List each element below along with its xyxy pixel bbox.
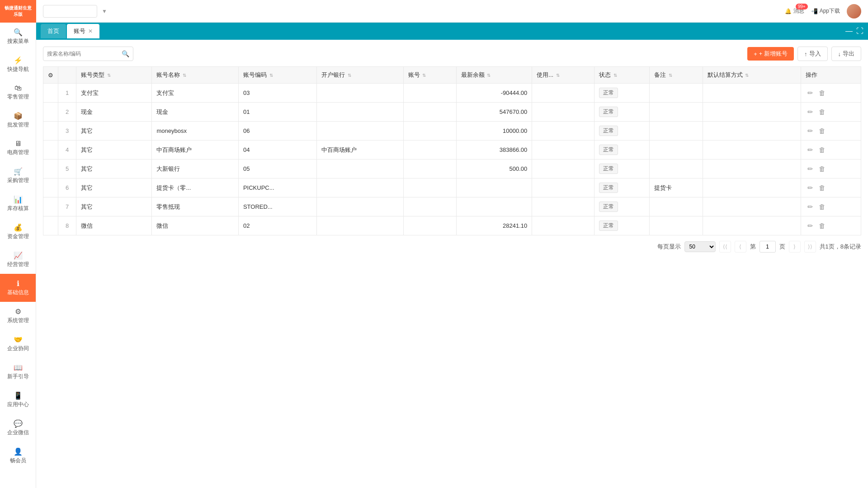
col-status[interactable]: 状态 ⇅ (594, 67, 650, 84)
edit-button[interactable]: ✏ (806, 221, 815, 231)
system-mgmt-icon: ⚙ (2, 307, 33, 316)
delete-button[interactable]: 🗑 (817, 88, 827, 98)
minimize-button[interactable]: — (845, 27, 853, 35)
delete-button[interactable]: 🗑 (817, 126, 827, 136)
row-settings-cell (43, 141, 58, 160)
user-avatar[interactable] (847, 4, 861, 19)
row-account (403, 216, 456, 235)
col-default-settlement[interactable]: 默认结算方式 ⇅ (703, 67, 801, 84)
last-page-button[interactable]: ⟩⟩ (804, 241, 816, 253)
edit-button[interactable]: ✏ (806, 202, 815, 212)
delete-button[interactable]: 🗑 (817, 202, 827, 211)
row-name: 微信 (152, 216, 238, 235)
edit-button[interactable]: ✏ (806, 88, 815, 98)
col-type[interactable]: 账号类型 ⇅ (76, 67, 152, 84)
tab-close-icon[interactable]: ✕ (88, 28, 93, 34)
row-status: 正常 (594, 197, 650, 216)
top-search-input[interactable] (43, 5, 97, 18)
delete-button[interactable]: 🗑 (817, 221, 827, 230)
sidebar-item-operations-mgmt[interactable]: 📈 经营管理 (0, 246, 36, 274)
next-page-button[interactable]: ⟩ (789, 241, 801, 253)
sidebar-item-ecommerce-mgmt[interactable]: 🖥 电商管理 (0, 134, 36, 162)
search-icon[interactable]: 🔍 (122, 50, 129, 57)
expand-button[interactable]: ⛶ (856, 27, 863, 35)
delete-button[interactable]: 🗑 (817, 183, 827, 192)
sidebar-item-purchase-mgmt[interactable]: 🛒 采购管理 (0, 162, 36, 190)
export-button[interactable]: ↓ 导出 (831, 47, 862, 61)
col-action: 操作 (801, 67, 861, 84)
sidebar-item-member[interactable]: 👤 畅会员 (0, 442, 36, 470)
row-code: PICKUPC... (238, 178, 316, 197)
sidebar-item-enterprise-wechat[interactable]: 💬 企业微信 (0, 414, 36, 442)
edit-button[interactable]: ✏ (806, 126, 815, 136)
sidebar-item-app-center[interactable]: 📱 应用中心 (0, 386, 36, 414)
sidebar-item-new-guide[interactable]: 📖 新手引导 (0, 358, 36, 386)
accounts-table: ⚙ 账号类型 ⇅ 账号名称 ⇅ 账号编码 ⇅ 开户银行 ⇅ 账号 ⇅ 最新余额 … (43, 66, 861, 235)
page-input[interactable] (760, 241, 776, 253)
toolbar-right: + + 新增账号 ↑ 导入 ↓ 导出 (747, 47, 861, 61)
col-usage[interactable]: 使用... ⇅ (532, 67, 594, 84)
notification-button[interactable]: 🔔 消息 99+ (785, 7, 804, 15)
first-page-button[interactable]: ⟨⟨ (719, 241, 731, 253)
sidebar-item-basic-info[interactable]: ℹ 基础信息 (0, 274, 36, 302)
import-label: 导入 (809, 50, 821, 58)
col-balance[interactable]: 最新余额 ⇅ (456, 67, 532, 84)
page-size-select[interactable]: 50 10 20 100 (684, 241, 716, 252)
col-name[interactable]: 账号名称 ⇅ (152, 67, 238, 84)
tab-account[interactable]: 账号 ✕ (67, 24, 99, 38)
sidebar-item-retail-mgmt[interactable]: 🛍 零售管理 (0, 79, 36, 106)
table-row: 1 支付宝 支付宝 03 -90444.00 正常 ✏ 🗑 (43, 84, 861, 103)
sidebar-item-system-mgmt[interactable]: ⚙ 系统管理 (0, 302, 36, 330)
row-code: 03 (238, 84, 316, 103)
download-icon: 📲 (811, 8, 818, 14)
purchase-mgmt-icon: 🛒 (2, 167, 33, 176)
sidebar-item-quick-nav[interactable]: ⚡ 快捷导航 (0, 51, 36, 79)
col-code[interactable]: 账号编码 ⇅ (238, 67, 316, 84)
finance-mgmt-icon: 💰 (2, 223, 33, 232)
sidebar-item-search-menu[interactable]: 🔍 搜索菜单 (0, 23, 36, 51)
edit-button[interactable]: ✏ (806, 183, 815, 193)
row-remark: 提货卡 (650, 178, 703, 197)
row-action: ✏ 🗑 (801, 103, 861, 122)
enterprise-agreement-icon: 🤝 (2, 335, 33, 344)
row-name: 提货卡（零... (152, 178, 238, 197)
col-bank[interactable]: 开户银行 ⇅ (317, 67, 403, 84)
sidebar-item-inventory[interactable]: 📊 库存核算 (0, 190, 36, 218)
sidebar-item-enterprise-agreement[interactable]: 🤝 企业协同 (0, 330, 36, 358)
sidebar-item-label: 批发管理 (7, 122, 29, 128)
col-settings[interactable]: ⚙ (43, 67, 58, 84)
delete-button[interactable]: 🗑 (817, 145, 827, 155)
app-download-button[interactable]: 📲 App下载 (811, 7, 840, 15)
sidebar-item-label: 新手引导 (7, 373, 29, 380)
chevron-down-icon: ▼ (102, 8, 107, 14)
import-button[interactable]: ↑ 导入 (797, 47, 828, 61)
edit-button[interactable]: ✏ (806, 145, 815, 155)
row-name: 支付宝 (152, 84, 238, 103)
tab-home[interactable]: 首页 (41, 24, 66, 38)
sidebar-item-finance-mgmt[interactable]: 💰 资金管理 (0, 218, 36, 246)
sidebar-item-label: 经营管理 (7, 261, 29, 267)
col-account[interactable]: 账号 ⇅ (403, 67, 456, 84)
col-remark[interactable]: 备注 ⇅ (650, 67, 703, 84)
status-badge: 正常 (599, 107, 618, 117)
sidebar-item-label: 企业微信 (7, 429, 29, 436)
sidebar-item-wholesale-mgmt[interactable]: 📦 批发管理 (0, 106, 36, 134)
row-bank (317, 178, 403, 197)
sidebar: 畅捷通财生意 乐版 🔍 搜索菜单 ⚡ 快捷导航 🛍 零售管理 📦 批发管理 🖥 … (0, 0, 36, 488)
ecommerce-mgmt-icon: 🖥 (2, 140, 33, 148)
header-right: 🔔 消息 99+ 📲 App下载 (785, 4, 861, 19)
row-code: 01 (238, 103, 316, 122)
search-input[interactable] (47, 51, 122, 57)
row-type: 支付宝 (76, 84, 152, 103)
row-name: 大新银行 (152, 160, 238, 178)
delete-button[interactable]: 🗑 (817, 164, 827, 174)
row-usage (532, 197, 594, 216)
table-row: 8 微信 微信 02 28241.10 正常 ✏ 🗑 (43, 216, 861, 235)
delete-button[interactable]: 🗑 (817, 107, 827, 117)
row-status: 正常 (594, 84, 650, 103)
edit-button[interactable]: ✏ (806, 107, 815, 117)
prev-page-button[interactable]: ⟨ (735, 241, 746, 253)
edit-button[interactable]: ✏ (806, 164, 815, 174)
add-account-button[interactable]: + + 新增账号 (747, 47, 794, 61)
row-name: moneybosx (152, 122, 238, 141)
